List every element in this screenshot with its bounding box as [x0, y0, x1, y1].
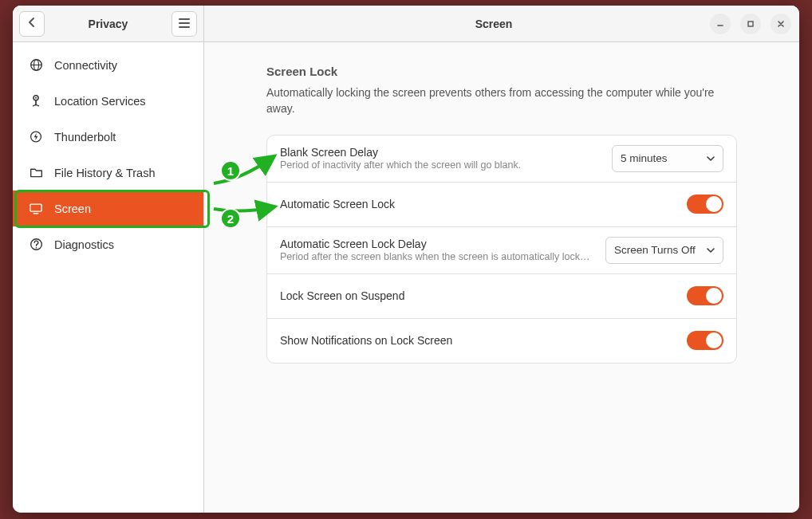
- sidebar-item-label: Thunderbolt: [54, 131, 116, 144]
- row-automatic-screen-lock: Automatic Screen Lock: [267, 182, 736, 226]
- row-label: Blank Screen Delay: [280, 146, 612, 159]
- show-notifications-switch[interactable]: [687, 331, 723, 350]
- close-button[interactable]: [771, 14, 791, 34]
- chevron-left-icon: [28, 17, 36, 30]
- folder-icon: [29, 166, 43, 180]
- globe-icon: [29, 58, 43, 73]
- sidebar-item-thunderbolt[interactable]: Thunderbolt: [13, 119, 203, 155]
- display-icon: [29, 202, 43, 216]
- row-label: Automatic Screen Lock: [280, 198, 687, 210]
- page-title: Screen: [292, 18, 696, 30]
- minimize-icon: [716, 18, 724, 30]
- close-icon: [777, 18, 785, 30]
- sidebar-item-label: File History & Trash: [54, 167, 156, 179]
- row-show-notifications: Show Notifications on Lock Screen: [267, 318, 736, 363]
- sidebar-item-label: Screen: [54, 202, 91, 215]
- row-blank-screen-delay: Blank Screen Delay Period of inactivity …: [267, 136, 736, 182]
- settings-window: Privacy Connectivity Location Services: [13, 6, 799, 513]
- help-icon: [29, 238, 43, 252]
- sidebar-header: Privacy: [13, 6, 203, 42]
- window-controls: [696, 14, 791, 34]
- chevron-down-icon: [707, 152, 715, 164]
- svg-rect-8: [748, 22, 753, 26]
- content-area: Screen Lock Automatically locking the sc…: [204, 42, 799, 513]
- row-subtext: Period after the screen blanks when the …: [280, 251, 605, 262]
- svg-rect-5: [30, 204, 41, 211]
- sidebar-item-diagnostics[interactable]: Diagnostics: [13, 226, 203, 262]
- svg-point-3: [35, 97, 37, 99]
- sidebar-item-label: Connectivity: [54, 59, 117, 72]
- select-value: Screen Turns Off: [614, 244, 696, 256]
- chevron-down-icon: [707, 244, 715, 256]
- sidebar-item-file-history[interactable]: File History & Trash: [13, 155, 203, 191]
- row-label: Automatic Screen Lock Delay: [280, 238, 605, 250]
- back-button[interactable]: [19, 11, 45, 37]
- minimize-button[interactable]: [710, 14, 731, 34]
- main-pane: Screen Scr: [204, 6, 799, 513]
- sidebar-list: Connectivity Location Services Thunderbo…: [13, 42, 203, 513]
- lock-on-suspend-switch[interactable]: [687, 286, 723, 305]
- blank-screen-delay-select[interactable]: 5 minutes: [612, 145, 723, 172]
- row-label: Show Notifications on Lock Screen: [280, 334, 687, 347]
- sidebar-title: Privacy: [51, 18, 165, 30]
- sidebar-item-screen[interactable]: Screen: [13, 191, 203, 226]
- section-title: Screen Lock: [266, 65, 737, 78]
- sidebar-item-connectivity[interactable]: Connectivity: [13, 47, 203, 83]
- main-header: Screen: [204, 6, 799, 42]
- settings-panel: Blank Screen Delay Period of inactivity …: [266, 135, 737, 364]
- section-description: Automatically locking the screen prevent…: [266, 85, 737, 117]
- row-automatic-screen-lock-delay: Automatic Screen Lock Delay Period after…: [267, 226, 736, 273]
- sidebar-item-location[interactable]: Location Services: [13, 83, 203, 119]
- maximize-button[interactable]: [740, 14, 761, 34]
- row-subtext: Period of inactivity after which the scr…: [280, 159, 612, 171]
- automatic-screen-lock-switch[interactable]: [687, 195, 723, 214]
- sidebar-item-label: Diagnostics: [54, 238, 114, 251]
- automatic-screen-lock-delay-select[interactable]: Screen Turns Off: [605, 237, 723, 264]
- thunderbolt-icon: [29, 130, 43, 144]
- svg-point-7: [35, 247, 37, 249]
- maximize-icon: [747, 18, 755, 30]
- hamburger-menu-button[interactable]: [171, 11, 197, 37]
- location-icon: [29, 94, 43, 108]
- sidebar-item-label: Location Services: [54, 95, 145, 108]
- sidebar: Privacy Connectivity Location Services: [13, 6, 204, 513]
- hamburger-icon: [179, 18, 190, 30]
- select-value: 5 minutes: [621, 152, 668, 164]
- row-lock-on-suspend: Lock Screen on Suspend: [267, 273, 736, 318]
- row-label: Lock Screen on Suspend: [280, 289, 687, 302]
